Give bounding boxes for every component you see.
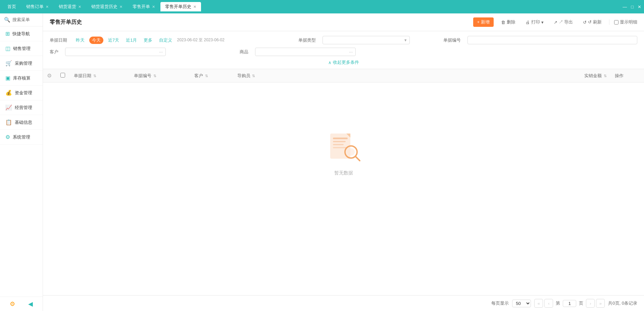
- col-customer-sort-icon[interactable]: ⇅: [205, 74, 208, 78]
- tab-retail-open-history[interactable]: 零售开单历史 ✕: [160, 2, 201, 11]
- delete-button[interactable]: 🗑 删除: [498, 18, 518, 27]
- refresh-button[interactable]: ↺ ↺ 刷新: [580, 18, 604, 27]
- page-input[interactable]: [563, 300, 576, 307]
- select-all-checkbox[interactable]: [60, 73, 65, 77]
- table-settings-col: ⚙: [43, 69, 56, 83]
- date-opt-custom[interactable]: 自定义: [157, 37, 174, 44]
- date-opt-today[interactable]: 今天: [89, 37, 103, 44]
- goods-input[interactable]: ···: [255, 48, 356, 56]
- close-sales-return-icon[interactable]: ✕: [78, 5, 81, 9]
- operations-label: 经营管理: [15, 105, 32, 111]
- tab-sales-return-history[interactable]: 销货退货历史 ✕: [87, 2, 127, 11]
- col-guide-sort-icon[interactable]: ⇅: [252, 74, 255, 78]
- date-options: 昨天 今天 近7天 近1月 更多 自定义 2023-06-02 至 2023-0…: [74, 37, 225, 44]
- inventory-icon: ▣: [5, 75, 10, 81]
- close-retail-open-icon[interactable]: ✕: [152, 5, 155, 9]
- export-icon: ↗: [554, 20, 557, 25]
- delete-icon: 🗑: [501, 20, 505, 25]
- toolbar-separator: [609, 19, 609, 25]
- minimize-btn[interactable]: —: [623, 4, 627, 9]
- col-spacer: [285, 69, 551, 83]
- first-page-btn[interactable]: «: [534, 299, 543, 308]
- sidebar-collapse-icon[interactable]: ◀: [28, 300, 33, 308]
- customer-field[interactable]: [68, 49, 158, 54]
- col-no-sort-icon[interactable]: ⇅: [153, 74, 156, 78]
- main-layout: 🔍 搜索采单 ⊞ 快捷导航 ◫ 销售管理 🛒 采购管理 ▣ 库存核算 💰 资金管…: [0, 13, 644, 311]
- sidebar-item-inventory[interactable]: ▣ 库存核算: [0, 71, 43, 86]
- last-page-btn[interactable]: »: [596, 299, 605, 308]
- svg-line-7: [355, 156, 360, 161]
- doc-no-input[interactable]: [467, 36, 637, 44]
- col-customer-label: 客户: [194, 73, 203, 78]
- tab-sales-return[interactable]: 销货退货 ✕: [54, 2, 86, 11]
- page-size-select[interactable]: 50 10 20 100: [512, 300, 531, 307]
- col-date-sort-icon[interactable]: ⇅: [93, 74, 96, 78]
- svg-point-6: [347, 148, 355, 156]
- empty-text: 暂无数据: [334, 170, 353, 176]
- table-checkbox-col: [56, 69, 70, 83]
- tab-sales-order[interactable]: 销售订单 ✕: [21, 2, 53, 11]
- add-button-label: + 新增: [477, 19, 490, 25]
- pagination-bar: 每页显示 50 10 20 100 « ‹ 第 页 › » 共0页, 0条记录: [43, 295, 644, 311]
- sidebar: 🔍 搜索采单 ⊞ 快捷导航 ◫ 销售管理 🛒 采购管理 ▣ 库存核算 💰 资金管…: [0, 13, 43, 311]
- col-customer: 客户 ⇅: [190, 69, 233, 83]
- date-opt-yesterday[interactable]: 昨天: [74, 37, 87, 44]
- close-sales-return-history-icon[interactable]: ✕: [119, 5, 122, 9]
- sales-mgmt-icon: ◫: [5, 45, 10, 52]
- goods-field[interactable]: [258, 49, 348, 54]
- refresh-label: ↺ 刷新: [588, 19, 602, 25]
- sidebar-item-purchase-mgmt[interactable]: 🛒 采购管理: [0, 56, 43, 71]
- print-icon: 🖨: [526, 20, 530, 25]
- show-detail-toggle[interactable]: 显示明细: [614, 19, 637, 25]
- collapse-btn[interactable]: ∧ 收起更多条件: [328, 59, 359, 65]
- maximize-btn[interactable]: □: [631, 4, 634, 9]
- sidebar-item-operations[interactable]: 📈 经营管理: [0, 100, 43, 115]
- add-button[interactable]: + 新增: [473, 17, 494, 27]
- close-btn[interactable]: ✕: [638, 4, 641, 9]
- customer-label: 客户: [50, 49, 58, 55]
- print-button[interactable]: 🖨 打印 ▾: [523, 18, 546, 27]
- system-icon: ⚙: [5, 134, 10, 140]
- sidebar-item-finance[interactable]: 💰 资金管理: [0, 86, 43, 100]
- close-retail-open-history-icon[interactable]: ✕: [193, 5, 196, 9]
- tab-retail-open[interactable]: 零售开单 ✕: [128, 2, 160, 11]
- top-tabbar: 首页 销售订单 ✕ 销货退货 ✕ 销货退货历史 ✕ 零售开单 ✕ 零售开单历史 …: [0, 0, 644, 13]
- inventory-label: 库存核算: [13, 75, 31, 81]
- sidebar-item-sales-mgmt[interactable]: ◫ 销售管理: [0, 41, 43, 56]
- col-date-label: 单据日期: [74, 73, 91, 78]
- prev-page-btn[interactable]: ‹: [544, 299, 553, 308]
- col-amount: 实销金额 ⇅: [551, 69, 611, 83]
- print-label: 打印: [531, 19, 540, 25]
- date-opt-last-month[interactable]: 近1月: [124, 37, 139, 44]
- doc-type-select[interactable]: ▾: [323, 36, 410, 44]
- sidebar-item-basic-info[interactable]: 📋 基础信息: [0, 115, 43, 130]
- home-tab-label: 首页: [7, 4, 16, 10]
- show-detail-checkbox-input[interactable]: [614, 20, 618, 24]
- page-word: 第: [556, 300, 560, 306]
- table-settings-icon[interactable]: ⚙: [47, 73, 52, 79]
- sidebar-search[interactable]: 🔍 搜索采单: [0, 13, 43, 27]
- next-page-btn[interactable]: ›: [586, 299, 595, 308]
- col-no-label: 单据编号: [134, 73, 151, 78]
- filter-collapse-row: ∧ 收起更多条件: [50, 59, 637, 65]
- page-unit: 页: [579, 300, 583, 306]
- finance-icon: 💰: [5, 90, 12, 96]
- sidebar-settings-icon[interactable]: ⚙: [10, 300, 15, 308]
- col-amount-sort-icon[interactable]: ⇅: [604, 74, 607, 78]
- page-title: 零售开单历史: [50, 19, 82, 26]
- tab-home[interactable]: 首页: [3, 2, 21, 11]
- page-info: 共0页, 0条记录: [608, 300, 637, 306]
- date-opt-last7[interactable]: 近7天: [106, 37, 121, 44]
- finance-label: 资金管理: [15, 90, 32, 96]
- date-opt-more[interactable]: 更多: [142, 37, 154, 44]
- doc-no-field[interactable]: [470, 38, 634, 43]
- delete-label: 删除: [507, 19, 515, 25]
- export-button[interactable]: ↗ ↗ 导出: [551, 18, 576, 27]
- no-data-container: 暂无数据: [43, 83, 644, 223]
- sales-mgmt-label: 销售管理: [13, 46, 31, 52]
- sidebar-item-system[interactable]: ⚙ 系统管理: [0, 130, 43, 145]
- customer-input[interactable]: ···: [65, 48, 166, 56]
- print-arrow-icon: ▾: [541, 20, 544, 25]
- sidebar-item-quick-nav[interactable]: ⊞ 快捷导航: [0, 27, 43, 41]
- close-sales-order-icon[interactable]: ✕: [46, 5, 49, 9]
